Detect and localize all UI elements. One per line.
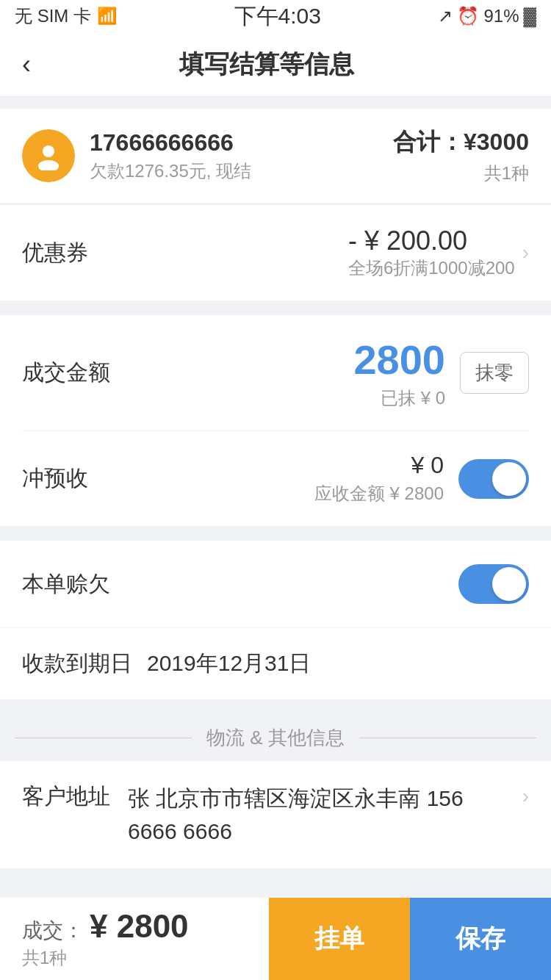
bottom-amount: ¥ 2800	[90, 908, 189, 945]
prepay-sub: 应收金额 ¥ 2800	[314, 482, 444, 505]
prepay-toggle[interactable]	[458, 459, 529, 499]
coupon-right: - ¥ 200.00 全场6折满1000减200 ›	[348, 226, 529, 280]
address-value: 张 北京市市辖区海淀区永丰南 156 6666 6666	[128, 782, 515, 848]
bottom-summary: 成交： ¥ 2800 共1种	[0, 908, 269, 970]
total-price: 合计：¥3000	[393, 126, 529, 159]
svg-point-1	[38, 160, 59, 170]
battery-icon: ▓	[523, 6, 536, 26]
defer-label: 本单赊欠	[22, 569, 110, 599]
amount-sub: 已抹 ¥ 0	[353, 386, 445, 410]
back-button[interactable]: ‹	[22, 49, 31, 80]
defer-toggle[interactable]	[458, 564, 529, 604]
hold-button[interactable]: 挂单	[269, 898, 410, 980]
coupon-discount: - ¥ 200.00	[348, 226, 515, 256]
section-divider-1	[0, 300, 551, 315]
address-label: 客户地址	[22, 782, 110, 812]
due-date-value: 2019年12月31日	[147, 649, 311, 679]
due-date-row: 收款到期日 2019年12月31日	[0, 627, 551, 699]
section-divider-2	[0, 526, 551, 541]
customer-card: 17666666666 欠款1276.35元, 现结 合计：¥3000 共1种	[0, 109, 551, 203]
coupon-row[interactable]: 优惠券 - ¥ 200.00 全场6折满1000减200 ›	[0, 204, 551, 300]
address-chevron-icon: ›	[522, 785, 529, 808]
svg-point-0	[43, 145, 54, 157]
defer-row: 本单赊欠	[0, 541, 551, 627]
amount-row: 成交金额 2800 已抹 ¥ 0 抹零	[22, 315, 529, 431]
battery-text: 91%	[483, 6, 519, 26]
amount-value-wrapper: 2800 已抹 ¥ 0	[353, 336, 445, 410]
due-date-label: 收款到期日	[22, 649, 132, 679]
header: ‹ 填写结算等信息	[0, 32, 551, 97]
coupon-label: 优惠券	[22, 238, 88, 268]
customer-sub-text: 欠款1276.35元, 现结	[90, 159, 251, 183]
page-title: 填写结算等信息	[46, 48, 488, 82]
coupon-chevron-icon: ›	[522, 241, 529, 264]
round-button[interactable]: 抹零	[460, 352, 529, 394]
status-left: 无 SIM 卡 📶	[15, 4, 117, 28]
amount-section: 成交金额 2800 已抹 ¥ 0 抹零 冲预收 ¥ 0 应收金额 ¥ 2800	[0, 315, 551, 526]
address-row[interactable]: 客户地址 张 北京市市辖区海淀区永丰南 156 6666 6666 ›	[0, 761, 551, 868]
location-icon: ↗	[438, 6, 453, 26]
amount-right: 2800 已抹 ¥ 0 抹零	[353, 336, 529, 410]
customer-total: 合计：¥3000 共1种	[393, 126, 529, 185]
prepay-label: 冲预收	[22, 464, 88, 494]
bottom-count: 共1种	[22, 946, 247, 970]
status-bar: 无 SIM 卡 📶 下午4:03 ↗ ⏰ 91% ▓	[0, 0, 551, 32]
status-right: ↗ ⏰ 91% ▓	[438, 6, 536, 26]
customer-left: 17666666666 欠款1276.35元, 现结	[22, 129, 251, 183]
amount-label: 成交金额	[22, 358, 110, 388]
wifi-icon: 📶	[97, 7, 117, 26]
coupon-description: 全场6折满1000减200	[348, 256, 515, 280]
avatar	[22, 129, 75, 182]
logistics-divider: 物流 & 其他信息	[0, 714, 551, 761]
alarm-icon: ⏰	[457, 6, 479, 26]
total-count: 共1种	[393, 162, 529, 185]
save-button[interactable]: 保存	[410, 898, 551, 980]
status-time: 下午4:03	[234, 1, 321, 32]
prepay-row: 冲预收 ¥ 0 应收金额 ¥ 2800	[22, 431, 529, 526]
sim-status: 无 SIM 卡	[15, 4, 91, 28]
section-divider-3	[0, 699, 551, 714]
address-section: 客户地址 张 北京市市辖区海淀区永丰南 156 6666 6666 ›	[0, 761, 551, 868]
prepay-info: ¥ 0 应收金额 ¥ 2800	[314, 452, 444, 505]
prepay-amount: ¥ 0	[411, 452, 444, 479]
customer-phone: 17666666666	[90, 129, 251, 156]
logistics-text: 物流 & 其他信息	[206, 725, 345, 751]
bottom-deal-label: 成交：	[22, 917, 84, 945]
bottom-bar: 成交： ¥ 2800 共1种 挂单 保存	[0, 898, 551, 980]
amount-value: 2800	[353, 336, 445, 383]
customer-info: 17666666666 欠款1276.35元, 现结	[90, 129, 251, 183]
